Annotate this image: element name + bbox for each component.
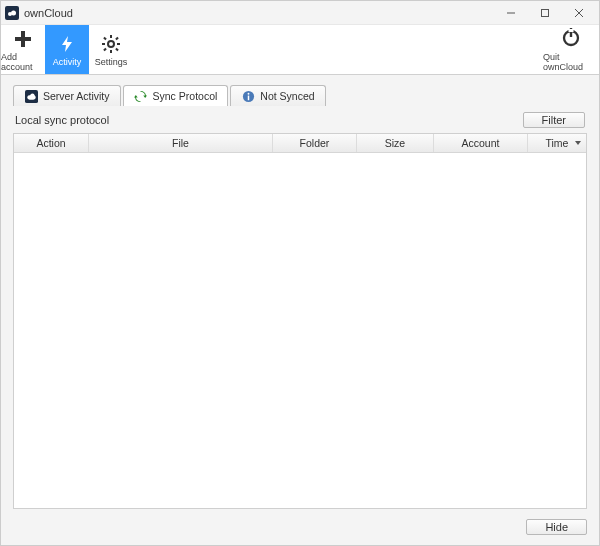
hide-button[interactable]: Hide: [526, 519, 587, 535]
settings-label: Settings: [95, 57, 128, 67]
app-icon: [5, 6, 19, 20]
sync-table: Action File Folder Size Account Time: [13, 133, 587, 509]
col-file[interactable]: File: [89, 134, 273, 152]
sync-icon: [134, 89, 148, 103]
maximize-button[interactable]: [535, 4, 555, 22]
tab-label: Server Activity: [43, 90, 110, 102]
svg-rect-10: [102, 43, 105, 45]
gear-icon: [101, 32, 121, 56]
svg-rect-15: [103, 48, 107, 52]
plus-icon: [13, 27, 33, 51]
tab-label: Not Synced: [260, 90, 314, 102]
svg-rect-14: [115, 37, 119, 41]
svg-rect-3: [542, 9, 549, 16]
svg-rect-7: [15, 37, 31, 41]
svg-point-21: [30, 93, 34, 97]
col-account[interactable]: Account: [434, 134, 528, 152]
tab-server-activity[interactable]: Server Activity: [13, 85, 121, 106]
close-button[interactable]: [569, 4, 589, 22]
tab-label: Sync Protocol: [153, 90, 218, 102]
table-body: [14, 153, 586, 508]
panel-label: Local sync protocol: [15, 114, 109, 126]
quit-label: Quit ownCloud: [543, 52, 599, 72]
svg-rect-12: [103, 37, 107, 41]
col-time[interactable]: Time: [528, 134, 586, 152]
activity-label: Activity: [53, 57, 82, 67]
minimize-button[interactable]: [501, 4, 521, 22]
toolbar-spacer: [133, 25, 543, 74]
activity-button[interactable]: Activity: [45, 25, 89, 74]
svg-rect-9: [110, 50, 112, 53]
svg-rect-24: [248, 95, 249, 100]
col-action[interactable]: Action: [14, 134, 89, 152]
col-size[interactable]: Size: [357, 134, 434, 152]
quit-button[interactable]: Quit ownCloud: [543, 25, 599, 74]
window-controls: [501, 4, 595, 22]
power-icon: [561, 27, 581, 51]
svg-rect-18: [569, 29, 574, 32]
content-area: Server Activity Sync Protocol Not Synced…: [1, 75, 599, 509]
cloud-icon: [24, 89, 38, 103]
main-toolbar: Add account Activity Settings Quit ownCl…: [1, 25, 599, 75]
svg-rect-8: [110, 35, 112, 38]
add-account-button[interactable]: Add account: [1, 25, 45, 74]
panel-header: Local sync protocol Filter: [13, 106, 587, 133]
activity-tabs: Server Activity Sync Protocol Not Synced: [13, 85, 587, 106]
table-header: Action File Folder Size Account Time: [14, 134, 586, 153]
add-account-label: Add account: [1, 52, 45, 72]
filter-button[interactable]: Filter: [523, 112, 585, 128]
svg-rect-11: [117, 43, 120, 45]
bottom-bar: Hide: [1, 509, 599, 545]
info-icon: [241, 89, 255, 103]
title-bar: ownCloud: [1, 1, 599, 25]
col-folder[interactable]: Folder: [273, 134, 357, 152]
svg-rect-13: [115, 48, 119, 52]
tab-sync-protocol[interactable]: Sync Protocol: [123, 85, 229, 106]
tab-not-synced[interactable]: Not Synced: [230, 85, 325, 106]
svg-point-23: [247, 92, 249, 94]
settings-button[interactable]: Settings: [89, 25, 133, 74]
window-title: ownCloud: [24, 7, 501, 19]
lightning-icon: [57, 32, 77, 56]
svg-point-1: [11, 10, 16, 15]
